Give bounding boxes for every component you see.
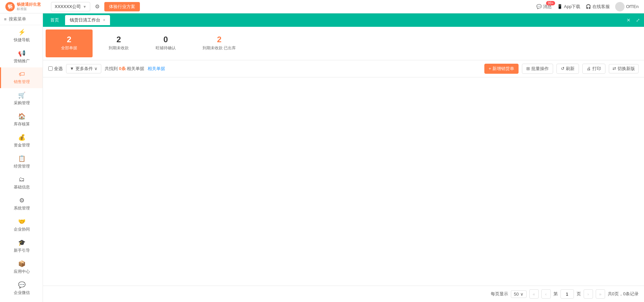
sidebar-item-app-center[interactable]: 📦 应用中心 [0,257,43,278]
stat-card-0[interactable]: 2 全部单据 [46,29,93,57]
app-download-item[interactable]: 📱 App下载 [557,4,580,10]
page-label-after: 页 [577,291,581,297]
stat-label-3: 到期未收款 已出库 [203,45,236,51]
refresh-icon: ↺ [561,66,565,71]
next-page-btn[interactable]: › [584,289,593,299]
switch-label: 切换新版 [618,66,635,72]
tab-home[interactable]: 首页 [46,15,64,25]
first-page-btn[interactable]: « [529,289,539,299]
main-area: 首页 钱货日清工作台 × ✕ ⤢ 2 全部单据 2 到期未收款 [43,13,644,302]
company-arrow: ▼ [83,5,87,9]
sidebar-item-member[interactable]: 🎖 畅会员 [0,299,43,302]
result-prefix: 共找到 [105,66,118,71]
logo-area: 畅 畅捷通好生意 标准版 [5,2,48,11]
sidebar-item-quick-nav[interactable]: ⚡ 快捷导航 [0,25,43,46]
content-area: 2 全部单据 2 到期未收款 0 旺辅待确认 2 到期未收款 已出库 [43,27,644,302]
last-page-btn[interactable]: » [596,289,605,299]
sidebar-label-guide: 新手引导 [14,248,30,253]
messages-item[interactable]: 💬 消息 99+ [536,4,552,10]
sidebar-label-app-center: 应用中心 [14,269,30,275]
sidebar-item-business[interactable]: 📋 经营管理 [0,152,43,173]
filter-label: 更多条件 [75,66,93,72]
filter-icon: ▼ [70,66,74,71]
page-input[interactable] [560,289,574,299]
page-label-before: 第 [553,291,558,297]
business-icon: 📋 [18,155,25,162]
print-icon: 🖨 [587,66,591,71]
sidebar-item-system[interactable]: ⚙ 系统管理 [0,193,43,215]
page-size-select[interactable]: 50 ∨ [511,290,526,298]
sidebar-search[interactable]: ≡ 搜索菜单 [0,13,43,25]
system-icon: ⚙ [19,197,24,204]
prev-page-btn[interactable]: ‹ [541,289,551,299]
header-right: 💬 消息 99+ 📱 App下载 🎧 在线客服 OfTEn [536,2,639,11]
sidebar-label-basic-info: 基础信息 [14,184,30,190]
app-download-label: App下载 [564,4,580,10]
stat-card-3[interactable]: 2 到期未收款 已出库 [189,27,249,60]
search-menu-label: 搜索菜单 [9,16,26,22]
select-all-label[interactable]: 全选 [48,66,63,72]
sidebar-item-wechat[interactable]: 💬 企业微信 [0,278,43,299]
select-all-checkbox[interactable] [48,66,53,71]
sidebar-label-sales: 销售管理 [14,79,30,85]
sidebar-item-purchase[interactable]: 🛒 采购管理 [0,88,43,109]
tab-expand-btn[interactable]: ⤢ [635,16,641,24]
stat-label-1: 到期未收款 [109,45,129,51]
batch-label: 批量操作 [531,66,549,72]
service-icon: 🎧 [586,4,591,9]
sidebar-item-guide[interactable]: 🎓 新手引导 [0,236,43,257]
related-link[interactable]: 相关单据 [148,66,165,72]
page-size-arrow: ∨ [520,292,524,297]
stat-num-1: 2 [116,35,121,45]
stat-card-1[interactable]: 2 到期未收款 [95,27,142,60]
app-center-icon: 📦 [18,260,25,267]
refresh-btn[interactable]: ↺ 刷新 [556,64,579,74]
total-info: 共0页，0条记录 [608,291,639,297]
marketing-icon: 📢 [18,50,25,57]
stats-row: 2 全部单据 2 到期未收款 0 旺辅待确认 2 到期未收款 已出库 [43,27,644,60]
print-label: 打印 [592,66,601,72]
basic-info-icon: 🗂 [19,176,25,183]
sidebar-item-inventory[interactable]: 🏠 库存核算 [0,109,43,130]
pagination-bar: 每页显示 50 ∨ « ‹ 第 页 › » 共0页，0条记录 [43,286,644,302]
sidebar-label-system: 系统管理 [14,205,30,211]
logo-icon: 畅 [5,2,15,11]
experience-btn[interactable]: 体验行业方案 [104,2,140,11]
batch-btn[interactable]: ⊞ 批量操作 [522,64,553,74]
tab-close-icon[interactable]: × [103,18,105,22]
logo-sub: 标准版 [17,7,41,11]
enterprise-icon: 🤝 [18,218,25,225]
sidebar-item-sales[interactable]: 🏷 销售管理 [0,67,43,88]
sidebar-label-marketing: 营销推广 [14,58,30,64]
sidebar-item-marketing[interactable]: 📢 营销推广 [0,46,43,67]
online-service-item[interactable]: 🎧 在线客服 [586,4,610,10]
sidebar-item-basic-info[interactable]: 🗂 基础信息 [0,173,43,193]
wechat-icon: 💬 [18,281,25,289]
tab-active-label: 钱货日清工作台 [70,17,100,23]
settings-icon[interactable]: ⚙ [94,2,101,11]
avatar [615,2,625,11]
result-suffix: 相关单据 [127,66,144,71]
select-all-text: 全选 [54,66,63,72]
filter-btn[interactable]: ▼ 更多条件 ∨ [66,64,101,73]
message-icon: 💬 [536,4,542,9]
company-selector[interactable]: XXXXXX公司 ▼ [51,2,90,11]
inventory-icon: 🏠 [18,113,25,120]
toolbar: 全选 ▼ 更多条件 ∨ 共找到 0条 相关单据 相关单据 [43,60,644,77]
tab-minimize-btn[interactable]: ✕ [625,16,632,24]
sidebar-label-purchase: 采购管理 [14,100,30,106]
new-sale-btn[interactable]: + 新增销货单 [484,64,519,74]
switch-icon: ⇄ [612,66,616,71]
sidebar-item-finance[interactable]: 💰 资金管理 [0,130,43,152]
sidebar-item-enterprise[interactable]: 🤝 企业协同 [0,215,43,236]
refresh-label: 刷新 [566,66,575,72]
switch-btn[interactable]: ⇄ 切换新版 [609,64,639,73]
stat-card-2[interactable]: 0 旺辅待确认 [142,27,189,60]
tab-active[interactable]: 钱货日清工作台 × [65,15,110,25]
tab-home-label: 首页 [50,17,59,23]
quick-nav-icon: ⚡ [18,28,25,36]
username: OfTEn [626,4,639,9]
avatar-area[interactable]: OfTEn [615,2,639,11]
print-btn[interactable]: 🖨 打印 [582,64,605,74]
stat-num-2: 0 [163,35,168,45]
